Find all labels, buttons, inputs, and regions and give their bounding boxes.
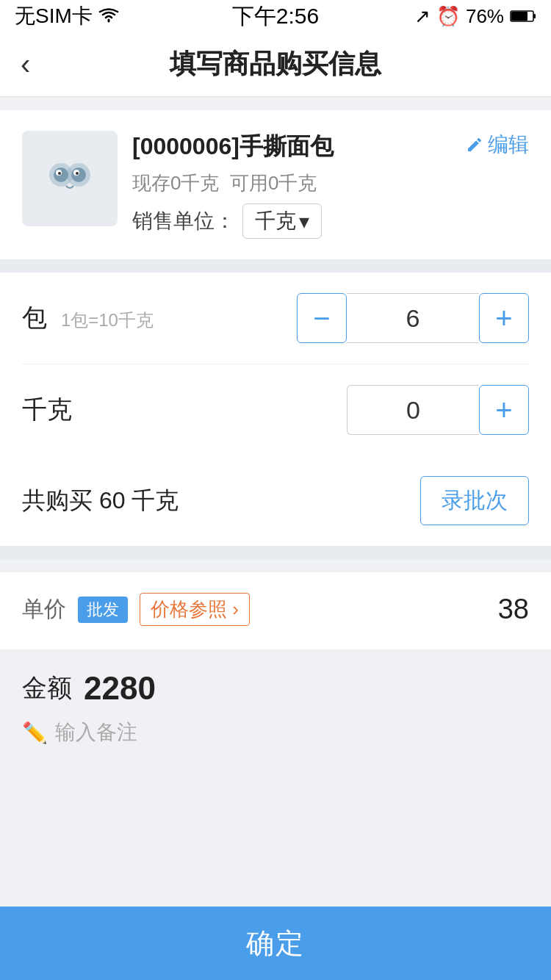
product-stock: 现存0千克 可用0千克 bbox=[132, 170, 529, 196]
separator-2 bbox=[0, 546, 551, 559]
input-section: 包 1包=10千克 − + 千克 + bbox=[0, 273, 551, 455]
price-reference-button[interactable]: 价格参照 › bbox=[140, 593, 250, 626]
product-card: [0000006]手撕面包 编辑 现存0千克 可用0千克 销售单位： 千克 ▾ bbox=[0, 110, 551, 259]
alarm-icon: ⏰ bbox=[436, 5, 460, 28]
carrier-text: 无SIM卡 bbox=[15, 2, 93, 30]
status-left: 无SIM卡 bbox=[15, 2, 119, 30]
svg-point-5 bbox=[54, 167, 68, 182]
kg-quantity-control: + bbox=[347, 385, 529, 435]
price-row: 单价 批发 价格参照 › 38 bbox=[22, 593, 529, 626]
status-bar: 无SIM卡 下午2:56 ↗ ⏰ 76% bbox=[0, 0, 551, 32]
amount-label: 金额 bbox=[22, 671, 72, 705]
note-placeholder[interactable]: 输入备注 bbox=[55, 718, 137, 746]
batch-button[interactable]: 录批次 bbox=[420, 476, 529, 525]
unit-select[interactable]: 千克 ▾ bbox=[242, 203, 322, 239]
chevron-down-icon: ▾ bbox=[299, 209, 309, 234]
svg-rect-1 bbox=[533, 14, 536, 18]
package-quantity-input[interactable] bbox=[347, 293, 479, 343]
separator-1 bbox=[0, 259, 551, 273]
kg-plus-button[interactable]: + bbox=[479, 385, 529, 435]
wifi-icon bbox=[98, 4, 119, 28]
product-logo-icon bbox=[40, 149, 99, 209]
product-name: [0000006]手撕面包 bbox=[132, 131, 334, 163]
product-unit-row: 销售单位： 千克 ▾ bbox=[132, 203, 529, 239]
svg-point-6 bbox=[71, 167, 86, 182]
price-section: 单价 批发 价格参照 › 38 bbox=[0, 572, 551, 649]
product-info: [0000006]手撕面包 编辑 现存0千克 可用0千克 销售单位： 千克 ▾ bbox=[132, 131, 529, 239]
package-quantity-control: − + bbox=[297, 293, 529, 343]
svg-rect-2 bbox=[511, 12, 527, 21]
summary-text: 共购买 60 千克 bbox=[22, 485, 179, 517]
price-value: 38 bbox=[498, 594, 529, 625]
svg-point-9 bbox=[58, 172, 61, 175]
package-row: 包 1包=10千克 − + bbox=[22, 273, 529, 364]
kg-row: 千克 + bbox=[22, 364, 529, 455]
summary-row: 共购买 60 千克 录批次 bbox=[0, 455, 551, 546]
amount-row: 金额 2280 bbox=[22, 670, 529, 707]
kg-label: 千克 bbox=[22, 393, 72, 427]
package-minus-button[interactable]: − bbox=[297, 293, 347, 343]
nav-bar: ‹ 填写商品购买信息 bbox=[0, 32, 551, 97]
location-icon: ↗ bbox=[414, 5, 431, 28]
price-label: 单价 bbox=[22, 594, 66, 624]
product-image bbox=[22, 131, 118, 226]
note-icon: ✏️ bbox=[22, 721, 48, 745]
edit-button[interactable]: 编辑 bbox=[466, 131, 529, 159]
amount-value: 2280 bbox=[84, 670, 156, 707]
amount-section: 金额 2280 ✏️ 输入备注 bbox=[0, 649, 551, 761]
back-button[interactable]: ‹ bbox=[21, 48, 30, 81]
package-label: 包 1包=10千克 bbox=[22, 301, 154, 335]
package-plus-button[interactable]: + bbox=[479, 293, 529, 343]
confirm-button[interactable]: 确定 bbox=[0, 907, 551, 980]
battery-text: 76% bbox=[466, 5, 504, 28]
price-badge: 批发 bbox=[78, 597, 128, 623]
status-right: ↗ ⏰ 76% bbox=[414, 5, 536, 28]
page-title: 填写商品购买信息 bbox=[170, 46, 381, 82]
status-time: 下午2:56 bbox=[232, 1, 319, 32]
battery-icon bbox=[510, 5, 536, 28]
note-row[interactable]: ✏️ 输入备注 bbox=[22, 718, 529, 746]
kg-quantity-input[interactable] bbox=[347, 385, 479, 435]
svg-point-10 bbox=[76, 172, 79, 175]
